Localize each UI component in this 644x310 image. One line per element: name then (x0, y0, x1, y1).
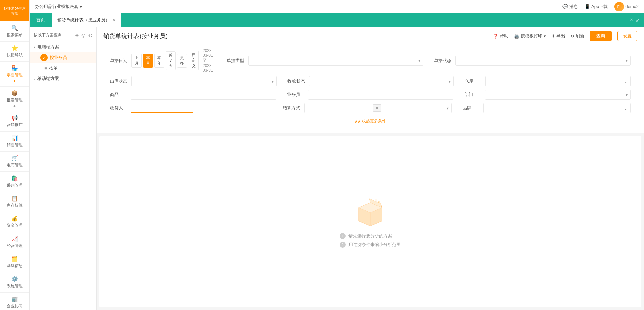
tree-child-salesperson-label: 按业务员 (50, 55, 67, 61)
add-scheme-btn[interactable]: ⊕ (75, 33, 79, 38)
empty-illustration (352, 196, 389, 233)
page-header: 销货单统计表(按业务员) ❓ 帮助 🖨️ 按模板打印 ▾ ⬇ (97, 27, 644, 133)
collapse-panel-btn[interactable]: ≪ (87, 33, 92, 38)
brand-dots[interactable]: ... (623, 105, 628, 111)
avatar: Ea (614, 2, 624, 11)
sidebar-item-shortcut[interactable]: ⭐ 快捷导航 (0, 42, 29, 62)
salesperson-dots[interactable]: ... (446, 92, 450, 98)
active-scheme-dot: ✓ (40, 54, 48, 61)
date-group: 上月 本月 本年 近7天 更多 自定义 2023-03-01 至 2023-03… (131, 48, 216, 73)
dept-select[interactable] (485, 90, 631, 100)
empty-steps: 1 请先选择要分析的方案 2 用过滤条件来缩小分析范围 (340, 233, 401, 248)
message-btn[interactable]: 💬 消息 (562, 4, 578, 10)
tree-child-sub-order[interactable]: ≡ 按单 (30, 63, 96, 73)
tree-parent-mobile[interactable]: ▸ 移动端方案 (30, 73, 96, 84)
sidebar-item-ecom[interactable]: 🛒 电商管理 (0, 152, 29, 172)
panel-title: 按以下方案查询 (34, 32, 62, 38)
date-last-month-btn[interactable]: 上月 (131, 54, 142, 68)
doc-status-select[interactable] (455, 56, 631, 66)
date-custom-btn[interactable]: 自定义 (189, 51, 199, 70)
sidebar-item-search[interactable]: 🔍 搜索菜单 (0, 21, 29, 42)
shipment-label: 出库状态 (110, 78, 127, 84)
tree-mobile-expand-icon: ▸ (34, 77, 35, 81)
app-download-btn[interactable]: 📱 App下载 (585, 4, 608, 10)
payment-select[interactable] (309, 76, 454, 86)
sidebar-search-label: 搜索菜单 (1, 32, 28, 38)
sidebar-item-operations[interactable]: 📈 经营管理 (0, 232, 29, 252)
date-this-month-btn[interactable]: 本月 (143, 54, 153, 68)
settlement-tag-close[interactable]: × (376, 105, 378, 111)
sidebar-item-marketing[interactable]: 📢 营销推广 (0, 111, 29, 132)
sidebar-item-finance[interactable]: 💰 资金管理 (0, 212, 29, 232)
tab-home[interactable]: 首页 (30, 13, 52, 27)
dept-dropdown-icon (626, 92, 628, 97)
page-title-row: 销货单统计表(按业务员) ❓ 帮助 🖨️ 按模板打印 ▾ ⬇ (103, 31, 637, 41)
message-icon: 💬 (562, 4, 568, 9)
doc-status-dropdown-icon (626, 58, 628, 63)
settlement-tag: × (373, 104, 381, 112)
help-icon: ❓ (493, 34, 498, 39)
refresh-btn[interactable]: ↺ 刷新 (571, 33, 584, 39)
salesperson-select[interactable]: ... (308, 90, 453, 100)
window-maximize-btn[interactable]: ⤢ (636, 17, 640, 23)
sidebar-shortcut-label: 快捷导航 (1, 52, 28, 58)
sidebar-item-corp[interactable]: 🏢 企业协同 (0, 293, 29, 310)
sidebar-item-base[interactable]: 🗂️ 基础信息 (0, 252, 29, 272)
sidebar-system-label: 系统管理 (1, 283, 28, 289)
warehouse-label: 仓库 (465, 78, 481, 84)
tree-child-order-label: 按单 (49, 65, 58, 71)
tree-mobile-label: 移动端方案 (37, 75, 59, 82)
shipment-select[interactable] (131, 76, 277, 86)
template-print-btn[interactable]: 🖨️ 按模板打印 ▾ (514, 33, 546, 39)
settings-btn[interactable]: 设置 (617, 31, 637, 41)
date-more-btn[interactable]: 更多 (177, 54, 187, 68)
tab-close-btn[interactable]: × (112, 17, 115, 23)
sidebar-item-retail[interactable]: 🏪 零售管理 ▲ (0, 62, 29, 87)
brand-select[interactable]: ... (483, 103, 631, 113)
settlement-label: 结算方式 (283, 105, 300, 111)
doc-type-select[interactable] (248, 56, 423, 66)
date-7days-btn[interactable]: 近7天 (166, 51, 176, 70)
warehouse-select[interactable]: ... (485, 76, 631, 86)
sidebar-item-system[interactable]: ⚙️ 系统管理 (0, 272, 29, 293)
query-btn[interactable]: 查询 (590, 31, 612, 41)
sidebar-sales-label: 销售管理 (1, 142, 28, 148)
doc-type-label: 单据类型 (227, 58, 244, 64)
settlement-select[interactable]: × (304, 103, 451, 113)
step-1-text: 请先选择要分析的方案 (348, 233, 392, 239)
tree-pc-label: 电脑端方案 (37, 44, 59, 50)
user-profile-btn[interactable]: Ea demo2 (614, 2, 639, 11)
tab-active[interactable]: 销货单统计表（按业务员） × (52, 13, 121, 27)
print-dropdown-icon: ▾ (544, 34, 546, 39)
user-name: demo2 (625, 4, 639, 9)
topbar-left: 办公用品行业模拟账套 ▾ (35, 4, 82, 10)
tree-child-salesperson[interactable]: ✓ 按业务员 (30, 52, 96, 63)
tree-parent-pc[interactable]: ▾ 电脑端方案 (30, 42, 96, 52)
recipient-label: 收货人 (110, 105, 127, 111)
warehouse-dots[interactable]: ... (623, 78, 628, 84)
sidebar-item-inventory[interactable]: 📋 库存核算 (0, 192, 29, 212)
date-this-year-btn[interactable]: 本年 (154, 54, 164, 68)
sidebar-finance-label: 资金管理 (1, 223, 28, 228)
window-close-btn[interactable]: × (630, 17, 633, 23)
collapse-btn[interactable]: ∧∧ 收起更多条件 (355, 116, 386, 126)
sidebar-item-sales[interactable]: 📊 销售管理 (0, 132, 29, 152)
svg-point-6 (381, 205, 382, 207)
avatar-initials: Ea (617, 5, 622, 9)
sidebar-item-purchase[interactable]: 🛍️ 采购管理 (0, 172, 29, 192)
filter-row-3: 商品 ... 业务员 ... 部门 (110, 90, 631, 100)
settings-scheme-btn[interactable]: ◎ (81, 33, 85, 38)
export-btn[interactable]: ⬇ 导出 (551, 33, 565, 39)
app-download-icon: 📱 (585, 4, 590, 9)
industry-name: 办公用品行业模拟账套 (35, 4, 78, 10)
sidebar-item-wholesale[interactable]: 📦 批发管理 ▲ (0, 87, 29, 111)
svg-point-7 (375, 199, 377, 201)
payment-dropdown-icon (449, 79, 451, 84)
step-2-text: 用过滤条件来缩小分析范围 (348, 242, 401, 248)
goods-dots[interactable]: ... (269, 92, 273, 98)
recipient-input[interactable] (131, 103, 193, 113)
industry-selector[interactable]: 办公用品行业模拟账套 ▾ (35, 4, 82, 10)
recipient-dots[interactable]: ··· (266, 105, 271, 111)
help-btn[interactable]: ❓ 帮助 (493, 33, 508, 39)
goods-select[interactable]: ... (131, 90, 276, 100)
